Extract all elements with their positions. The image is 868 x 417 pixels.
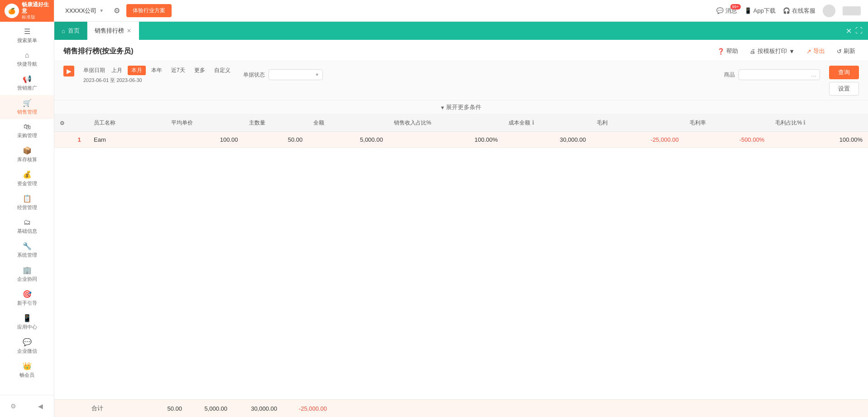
online-service-btn[interactable]: 🎧 在线客服 xyxy=(783,7,815,15)
logo-icon: 🍊 xyxy=(5,4,19,18)
sidebar-item-inventory[interactable]: 📦库存核算 xyxy=(0,143,54,167)
app-download-btn[interactable]: 📱 App下载 xyxy=(744,7,776,15)
sidebar-item-marketing[interactable]: 📢营销推广 xyxy=(0,71,54,95)
template-print-btn[interactable]: 🖨 按模板打印 ▼ xyxy=(746,45,798,57)
footer-total-label: 合计 xyxy=(60,404,146,412)
expand-more-btn[interactable]: ▾ 展开更多条件 xyxy=(441,103,481,111)
help-btn[interactable]: ❓ 帮助 xyxy=(714,45,742,57)
wechat-icon: 💬 xyxy=(23,338,32,346)
sidebar-item-sales[interactable]: 🛒销售管理 xyxy=(0,95,54,119)
tab-home-label: 首页 xyxy=(68,27,80,35)
capital-icon: 💰 xyxy=(23,170,32,179)
row-sales-ratio: 100.00% xyxy=(388,132,504,148)
basic-info-icon: 🗂 xyxy=(24,218,31,226)
print-icon: 🖨 xyxy=(750,48,756,55)
export-icon: ↗ xyxy=(806,48,811,55)
date-range-display: 2023-06-01 至 2023-06-30 xyxy=(83,77,234,84)
date-tab-prev-month[interactable]: 上月 xyxy=(108,66,126,75)
tab-actions: ✕ ⛶ xyxy=(840,27,868,35)
row-gross-rate: -500.00% xyxy=(684,132,770,148)
col-gear[interactable]: ⚙ xyxy=(54,115,70,132)
refresh-btn[interactable]: ↺ 刷新 xyxy=(833,45,859,57)
company-name: XXXXX公司 xyxy=(65,7,96,15)
sidebar-logo: 🍊 畅康通好生意 标准版 xyxy=(0,0,54,22)
expand-icon: ▾ xyxy=(441,104,444,111)
sidebar-item-quick-nav[interactable]: ⌂快捷导航 xyxy=(0,48,54,71)
tab-sales-rank[interactable]: 销售排行榜 ✕ xyxy=(87,22,139,40)
table-row[interactable]: 1 Eam 100.00 50.00 5,000.00 100.00% 30,0… xyxy=(54,132,868,148)
query-button[interactable]: 查询 xyxy=(829,66,859,79)
status-select[interactable] xyxy=(269,69,323,80)
tab-close-window-icon[interactable]: ✕ xyxy=(846,27,852,35)
settings-bottom-btn[interactable]: ⚙ xyxy=(6,399,21,413)
sidebar-item-member[interactable]: 👑畅会员 xyxy=(0,358,54,382)
topbar-settings-icon[interactable]: ⚙ xyxy=(112,5,122,17)
row-gear-cell xyxy=(54,132,70,148)
content-area: 销售排行榜(按业务员) ❓ 帮助 🖨 按模板打印 ▼ ↗ 导出 xyxy=(54,40,868,417)
sidebar-item-capital[interactable]: 💰资金管理 xyxy=(0,167,54,191)
col-rank xyxy=(70,115,88,132)
col-name: 员工名称 xyxy=(88,115,166,132)
goods-input-wrapper: … xyxy=(739,69,820,80)
col-avg-price: 平均单价 xyxy=(166,115,243,132)
marketing-icon: 📢 xyxy=(23,75,32,83)
row-gross-ratio: 100.00% xyxy=(770,132,868,148)
tab-maximize-icon[interactable]: ⛶ xyxy=(855,27,863,35)
row-rank: 1 xyxy=(70,132,88,148)
date-tab-this-year[interactable]: 本年 xyxy=(148,66,166,75)
trial-button[interactable]: 体验行业方案 xyxy=(126,4,172,17)
table-footer: 合计 50.00 5,000.00 30,000.00 -25,000.00 xyxy=(54,399,868,417)
app-download-icon: 📱 xyxy=(744,7,752,14)
status-filter-label: 单据状态 xyxy=(243,71,265,79)
sidebar-item-search[interactable]: ☰搜索菜单 xyxy=(0,24,54,48)
company-chevron-icon: ▼ xyxy=(99,8,104,13)
expand-bar: ▾ 展开更多条件 xyxy=(54,101,868,115)
message-badge: 99+ xyxy=(730,4,741,10)
date-tab-custom[interactable]: 自定义 xyxy=(211,66,234,75)
tabbar: ⌂ 首页 销售排行榜 ✕ ✕ ⛶ xyxy=(54,22,868,40)
col-sales-ratio: 销售收入占比% xyxy=(388,115,504,132)
main-area: XXXXX公司 ▼ ⚙ 体验行业方案 💬 消息 99+ 📱 App下载 🎧 在线… xyxy=(54,0,868,417)
sidebar-item-purchase[interactable]: 🛍采购管理 xyxy=(0,119,54,143)
sidebar-item-system[interactable]: 🔧系统管理 xyxy=(0,238,54,262)
print-chevron-icon: ▼ xyxy=(789,48,795,55)
status-filter-group: 单据状态 xyxy=(243,69,323,80)
quick-nav-icon: ⌂ xyxy=(25,51,29,59)
expand-label: 展开更多条件 xyxy=(446,103,481,111)
date-tab-this-month[interactable]: 本月 xyxy=(128,66,146,75)
tab-home[interactable]: ⌂ 首页 xyxy=(54,22,87,40)
row-name: Eam xyxy=(88,132,166,148)
logo-subtitle: 标准版 xyxy=(22,14,49,20)
inventory-icon: 📦 xyxy=(23,146,32,155)
date-tab-more[interactable]: 更多 xyxy=(191,66,209,75)
company-selector[interactable]: XXXXX公司 ▼ xyxy=(62,5,107,17)
sidebar-item-wechat[interactable]: 💬企业微信 xyxy=(0,334,54,358)
app-center-icon: 📱 xyxy=(23,314,32,322)
filter-toggle-btn[interactable]: ▶ xyxy=(63,66,74,77)
export-btn[interactable]: ↗ 导出 xyxy=(803,45,829,57)
logo-text: 畅康通好生意 标准版 xyxy=(22,1,49,21)
date-filter-dates: 单据日期 上月 本月 本年 近7天 更多 自定义 xyxy=(83,66,234,75)
page-actions: ❓ 帮助 🖨 按模板打印 ▼ ↗ 导出 ↺ 刷新 xyxy=(714,45,859,57)
settings-button[interactable]: 设置 xyxy=(829,82,859,96)
date-tab-last7days[interactable]: 近7天 xyxy=(168,66,189,75)
page-container: 销售排行榜(按业务员) ❓ 帮助 🖨 按模板打印 ▼ ↗ 导出 xyxy=(54,40,868,417)
sidebar-item-enterprise[interactable]: 🏢企业协同 xyxy=(0,262,54,286)
message-icon: 💬 xyxy=(716,7,724,14)
topbar-right: 💬 消息 99+ 📱 App下载 🎧 在线客服 xyxy=(716,5,861,17)
sidebar-item-guide[interactable]: 🎯新手引导 xyxy=(0,286,54,310)
system-icon: 🔧 xyxy=(23,242,32,250)
cost-info-icon: ℹ xyxy=(532,119,534,126)
footer-total: 5,000.00 xyxy=(187,405,227,412)
goods-input[interactable] xyxy=(739,69,820,80)
topbar: XXXXX公司 ▼ ⚙ 体验行业方案 💬 消息 99+ 📱 App下载 🎧 在线… xyxy=(54,0,868,22)
sidebar-item-basic-info[interactable]: 🗂基础信息 xyxy=(0,215,54,238)
collapse-btn[interactable]: ◀ xyxy=(33,399,48,413)
user-avatar[interactable] xyxy=(823,5,835,17)
operation-icon: 📋 xyxy=(23,194,32,203)
sidebar-item-app-center[interactable]: 📱应用中心 xyxy=(0,310,54,334)
refresh-icon: ↺ xyxy=(837,48,842,55)
sidebar-item-operation[interactable]: 📋经营管理 xyxy=(0,191,54,215)
tab-close-icon[interactable]: ✕ xyxy=(127,28,131,34)
message-btn[interactable]: 💬 消息 99+ xyxy=(716,7,737,15)
